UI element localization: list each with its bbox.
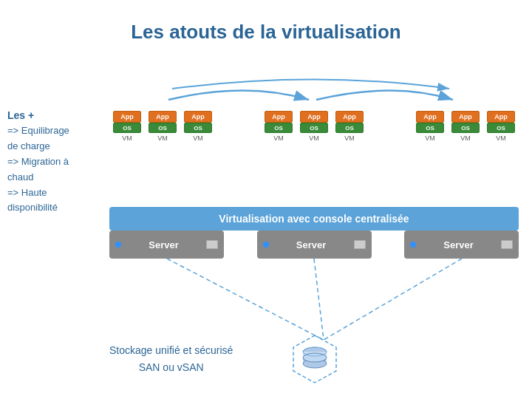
app-block: App — [300, 111, 328, 123]
server-icon-1 — [206, 240, 218, 249]
left-panel-item-5: => Haute — [7, 185, 69, 201]
server-box-1: Server — [109, 231, 224, 259]
vm-card-3-2: App OS VM — [449, 111, 482, 142]
vm-card-2-2: App OS VM — [298, 111, 330, 142]
os-block: OS — [113, 123, 141, 133]
vm-label: VM — [193, 134, 203, 142]
storage-icon — [288, 332, 341, 386]
os-block: OS — [149, 123, 177, 133]
os-block: OS — [335, 123, 364, 133]
vm-card-3-1: App OS VM — [414, 111, 446, 142]
vm-label: VM — [122, 134, 132, 142]
server-box-2: Server — [257, 231, 372, 259]
server-box-3: Server — [404, 231, 519, 259]
left-panel: Les + => Equilibrage de charge => Migrat… — [7, 107, 69, 216]
os-block: OS — [451, 123, 480, 133]
vm-card-2-1: App OS VM — [262, 111, 295, 142]
vm-group-3: App OS VM App OS VM App OS VM — [414, 111, 517, 142]
svg-line-1 — [167, 259, 324, 340]
server-led-3 — [410, 242, 416, 248]
storage-text: Stockage unifié et sécurisé SAN ou vSAN — [109, 342, 233, 375]
left-panel-item-6: disponibilité — [7, 200, 69, 216]
vm-label: VM — [496, 134, 506, 142]
server-label-3: Server — [420, 239, 497, 250]
vm-label: VM — [309, 134, 319, 142]
app-block: App — [265, 111, 293, 123]
left-panel-header: Les + — [7, 107, 69, 123]
server-led-1 — [115, 242, 121, 248]
left-panel-item-2: de charge — [7, 139, 69, 154]
left-panel-item-1: => Equilibrage — [7, 123, 69, 139]
server-led-2 — [263, 242, 269, 248]
virt-bar: Virtualisation avec console centralisée — [109, 207, 519, 231]
os-block: OS — [265, 123, 293, 133]
app-block: App — [451, 111, 480, 123]
vm-card-3-3: App OS VM — [485, 111, 517, 142]
app-block: App — [149, 111, 177, 123]
server-icon-3 — [501, 240, 513, 249]
svg-line-3 — [324, 259, 462, 340]
server-icon-2 — [354, 240, 366, 249]
page-title: Les atouts de la virtualisation — [0, 21, 532, 44]
app-block: App — [416, 111, 444, 123]
vm-group-2: App OS VM App OS VM App OS VM — [262, 111, 366, 142]
vm-card-1-3: App OS VM — [182, 111, 214, 142]
app-block: App — [184, 111, 212, 123]
vm-card-1-1: App OS VM — [111, 111, 143, 142]
vm-card-2-3: App OS VM — [333, 111, 366, 142]
vm-label: VM — [273, 134, 284, 142]
os-block: OS — [487, 123, 515, 133]
app-block: App — [487, 111, 515, 123]
vm-card-1-2: App OS VM — [146, 111, 179, 142]
vm-groups-row: App OS VM App OS VM App OS VM App OS VM … — [103, 111, 525, 142]
vm-label: VM — [157, 134, 168, 142]
vm-label: VM — [460, 134, 471, 142]
os-block: OS — [416, 123, 444, 133]
os-block: OS — [300, 123, 328, 133]
app-block: App — [335, 111, 364, 123]
server-row: Server Server Server — [109, 231, 519, 259]
vm-group-1: App OS VM App OS VM App OS VM — [111, 111, 214, 142]
virt-bar-container: Virtualisation avec console centralisée — [109, 201, 519, 231]
os-block: OS — [184, 123, 212, 133]
left-panel-item-3: => Migration à — [7, 154, 69, 170]
vm-label: VM — [425, 134, 435, 142]
server-label-1: Server — [126, 239, 202, 250]
app-block: App — [113, 111, 141, 123]
svg-line-2 — [314, 259, 324, 340]
vm-label: VM — [344, 134, 355, 142]
server-label-2: Server — [273, 239, 349, 250]
left-panel-item-4: chaud — [7, 170, 69, 185]
